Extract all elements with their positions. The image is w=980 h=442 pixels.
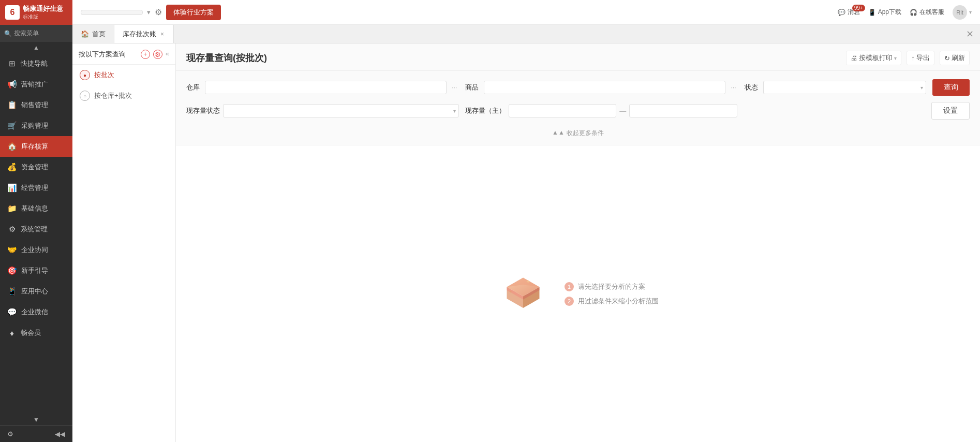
purchase-icon: 🛒: [7, 121, 17, 130]
sidebar-scroll-up[interactable]: ▲: [0, 42, 72, 53]
sidebar-item-inventory[interactable]: 🏠 库存核算: [0, 136, 72, 157]
export-label: 导出: [916, 53, 930, 63]
filter-item-batch[interactable]: ● 按批次: [72, 65, 175, 85]
ops-icon: 📊: [7, 183, 17, 193]
stock-qty-min-input[interactable]: [509, 104, 617, 117]
topbar-dropdown-arrow[interactable]: ▾: [147, 8, 151, 16]
stock-qty-dash: —: [619, 107, 626, 115]
refresh-button[interactable]: ↻ 刷新: [940, 51, 970, 65]
filter-collapse-icon[interactable]: «: [166, 50, 169, 59]
user-dropdown-arrow: ▾: [969, 9, 972, 15]
export-icon: ↑: [911, 54, 915, 62]
topbar-right: 💬 消息 99+ 📱 App下载 🎧 在线客服 Rit ▾: [838, 5, 972, 20]
printer-icon: 🖨: [851, 54, 857, 62]
tab-inventory-batch[interactable]: 库存批次账 ×: [114, 25, 174, 43]
sidebar-item-finance[interactable]: 💰 资金管理: [0, 157, 72, 178]
stock-status-group: 现存量状态: [186, 104, 459, 117]
sidebar-item-label: 企业微信: [21, 307, 48, 317]
filter-warehouse-batch-label: 按仓库+批次: [94, 91, 132, 100]
empty-content: ✦ ✦ 1 请先选择要分析的方案 2 用过滤条件来缩小分析范围: [497, 268, 659, 320]
user-profile[interactable]: Rit ▾: [953, 5, 972, 20]
sidebar-item-guide[interactable]: 🎯 新手引导: [0, 260, 72, 281]
status-select[interactable]: [763, 81, 927, 94]
stock-status-label: 现存量状态: [186, 106, 220, 115]
sidebar-scroll-down[interactable]: ▼: [0, 414, 72, 425]
sidebar-item-marketing[interactable]: 📢 营销推广: [0, 74, 72, 95]
settings-button[interactable]: 设置: [931, 102, 970, 120]
sidebar-item-quick-nav[interactable]: ⊞ 快捷导航: [0, 53, 72, 74]
sidebar-item-system[interactable]: ⚙ 系统管理: [0, 219, 72, 240]
warehouse-dots[interactable]: ···: [450, 82, 459, 93]
trial-button[interactable]: 体验行业方案: [166, 5, 221, 20]
sales-icon: 📋: [7, 100, 17, 110]
print-button[interactable]: 🖨 按模板打印 ▾: [846, 51, 901, 65]
sidebar-item-sales[interactable]: 📋 销售管理: [0, 95, 72, 115]
filter-settings-icon[interactable]: ⚙: [153, 50, 162, 59]
user-name: Rit: [956, 9, 963, 16]
filter-item-warehouse-batch[interactable]: ○ 按仓库+批次: [72, 85, 175, 106]
query-button[interactable]: 查询: [932, 79, 970, 96]
export-button[interactable]: ↑ 导出: [907, 51, 934, 65]
refresh-label: 刷新: [952, 53, 965, 63]
product-label: 商品: [465, 83, 481, 92]
filter-panel: 按以下方案查询 + ⚙ « ● 按批次 ○ 按仓库+批次: [72, 43, 176, 442]
sidebar-item-member[interactable]: ♦ 畅会员: [0, 322, 72, 343]
tab-home[interactable]: 🏠 首页: [72, 25, 114, 43]
sidebar-item-basic[interactable]: 📁 基础信息: [0, 198, 72, 219]
product-input[interactable]: [484, 81, 725, 94]
app-download-button[interactable]: 📱 App下载: [868, 8, 901, 17]
sidebar-footer: ⚙ ◀◀: [0, 425, 72, 442]
filter-add-icon[interactable]: +: [141, 50, 150, 59]
sidebar-item-wechat[interactable]: 💬 企业微信: [0, 302, 72, 322]
stock-qty-max-input[interactable]: [629, 104, 737, 117]
finance-icon: 💰: [7, 163, 17, 172]
sidebar-search[interactable]: 🔍 搜索菜单: [0, 25, 72, 42]
main-area: ▾ ⚙ 体验行业方案 💬 消息 99+ 📱 App下载 🎧 在线客服 Rit: [72, 0, 980, 442]
quick-nav-icon: ⊞: [7, 59, 17, 68]
sidebar-header: 6 畅康通好生意 标准版: [0, 0, 72, 25]
step-2-num: 2: [565, 297, 574, 306]
tab-close-all[interactable]: ✕: [966, 28, 980, 40]
online-service-button[interactable]: 🎧 在线客服: [910, 8, 944, 17]
collapse-sidebar-icon[interactable]: ◀◀: [55, 430, 65, 438]
print-dropdown-arrow[interactable]: ▾: [894, 55, 897, 61]
collapse-row[interactable]: ▲▲ 收起更多条件: [186, 126, 970, 140]
status-label: 状态: [745, 83, 760, 92]
message-button[interactable]: 💬 消息 99+: [838, 8, 860, 17]
product-group: 商品 ···: [465, 81, 738, 94]
filter-form: 仓库 ··· 商品 ··· 状态 查询: [176, 71, 980, 145]
step-1-text: 请先选择要分析的方案: [578, 282, 645, 291]
sidebar-item-purchase[interactable]: 🛒 采购管理: [0, 115, 72, 136]
sidebar-item-label: 经营管理: [21, 183, 48, 193]
system-icon: ⚙: [7, 225, 17, 234]
apps-icon: 📱: [7, 287, 17, 296]
stock-status-select[interactable]: [223, 104, 459, 117]
empty-step-2: 2 用过滤条件来缩小分析范围: [565, 297, 659, 306]
topbar-gear-icon[interactable]: ⚙: [155, 7, 162, 17]
main-panel: 现存量查询(按批次) 🖨 按模板打印 ▾ ↑ 导出 ↻ 刷新: [176, 43, 980, 442]
refresh-icon: ↻: [944, 54, 950, 62]
settings-footer-icon[interactable]: ⚙: [7, 430, 13, 438]
message-icon: 💬: [838, 9, 845, 16]
page-header: 现存量查询(按批次) 🖨 按模板打印 ▾ ↑ 导出 ↻ 刷新: [176, 43, 980, 71]
step-2-text: 用过滤条件来缩小分析范围: [578, 297, 659, 306]
warehouse-input[interactable]: [205, 81, 447, 94]
sidebar-item-label: 企业协同: [21, 245, 48, 255]
sidebar-item-apps[interactable]: 📱 应用中心: [0, 281, 72, 302]
sidebar-item-label: 畅会员: [21, 328, 41, 337]
filter-panel-header: 按以下方案查询 + ⚙ «: [72, 50, 175, 65]
avatar: Rit: [953, 5, 967, 20]
sidebar-item-ops[interactable]: 📊 经营管理: [0, 178, 72, 198]
sidebar-item-label: 库存核算: [21, 142, 48, 151]
svg-text:✦: ✦: [526, 278, 530, 285]
search-icon: 🔍: [4, 30, 12, 37]
inventory-icon: 🏠: [7, 142, 17, 151]
sidebar-item-enterprise[interactable]: 🤝 企业协同: [0, 240, 72, 260]
empty-area: ✦ ✦ 1 请先选择要分析的方案 2 用过滤条件来缩小分析范围: [176, 145, 980, 442]
tab-active-label: 库存批次账: [123, 30, 156, 39]
warehouse-label: 仓库: [186, 83, 202, 92]
guide-icon: 🎯: [7, 266, 17, 275]
product-dots[interactable]: ···: [729, 82, 738, 93]
app-subtitle: 标准版: [23, 13, 63, 21]
tab-close-button[interactable]: ×: [159, 30, 165, 39]
